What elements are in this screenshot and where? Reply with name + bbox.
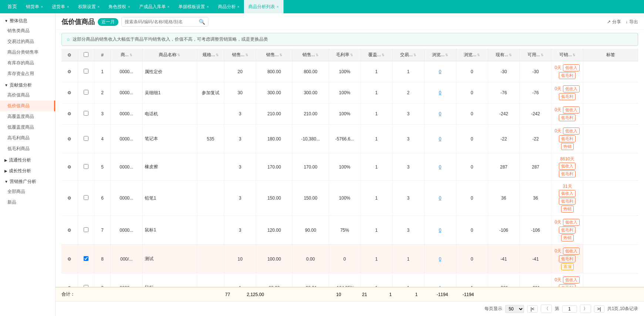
sidebar-item-low-coverage[interactable]: 低覆盖度商品 (0, 122, 55, 133)
sidebar-item-high-profit[interactable]: 高毛利商品 (0, 133, 55, 143)
next-page-button[interactable]: 〉 (580, 305, 591, 313)
col-checkbox[interactable] (78, 49, 94, 61)
nav-permissions[interactable]: 权限设置 × (74, 0, 104, 13)
col-current-stock[interactable]: 现有...⇅ (488, 49, 520, 61)
sidebar-item-low-profit[interactable]: 低毛利商品 (0, 143, 55, 154)
row-col7[interactable]: 0 (424, 153, 456, 181)
sidebar-group-growth[interactable]: ▶ 成长性分析 (0, 165, 55, 176)
row-checkbox[interactable] (84, 195, 88, 200)
col-transaction[interactable]: 交易...⇅ (392, 49, 424, 61)
sidebar-group-contribution[interactable]: ▼ 贡献值分析 (0, 79, 55, 90)
col-browse1[interactable]: 浏览...⇅ (424, 49, 456, 61)
settings-cell[interactable]: ⚙ (61, 125, 78, 153)
col-sales2[interactable]: 销售...⇅ (256, 49, 292, 61)
nav-home[interactable]: 首页 (3, 0, 21, 13)
checkbox-cell[interactable] (78, 273, 94, 287)
checkbox-cell[interactable] (78, 216, 94, 245)
sidebar-item-new-goods[interactable]: 新品 (0, 197, 55, 208)
sidebar-group-overall[interactable]: ▼ 整体信息 (0, 15, 55, 26)
search-box[interactable]: 🔍 (121, 17, 208, 27)
col-code[interactable]: 商...⇅ (111, 49, 142, 61)
col-saleable[interactable]: 可销...⇅ (551, 49, 583, 61)
select-all-checkbox[interactable] (84, 52, 88, 57)
browse-link[interactable]: 0 (439, 90, 442, 95)
row-col7[interactable]: 0 (424, 216, 456, 245)
close-icon[interactable]: × (41, 4, 43, 9)
settings-cell[interactable]: ⚙ (61, 153, 78, 181)
search-input[interactable] (125, 19, 199, 24)
sidebar-item-category-sales[interactable]: 商品分类销售率 (0, 47, 55, 58)
per-page-select[interactable]: 50 100 200 (505, 305, 524, 313)
close-icon[interactable]: × (67, 4, 69, 9)
checkbox-cell[interactable] (78, 61, 94, 82)
sidebar-item-sales-goods[interactable]: 销售类商品 (0, 26, 55, 36)
close-icon[interactable]: × (128, 4, 130, 9)
filter-tag-month[interactable]: 近一月 (98, 18, 118, 26)
settings-cell[interactable]: ⚙ (61, 273, 78, 287)
row-col7[interactable]: 0 (424, 181, 456, 216)
browse-link[interactable]: 0 (439, 136, 442, 142)
row-checkbox[interactable] (84, 69, 88, 74)
nav-role-auth[interactable]: 角色授权 × (104, 0, 134, 13)
browse-link[interactable]: 0 (439, 69, 442, 74)
nav-product-analysis-list[interactable]: 商品分析列表 × (244, 0, 283, 13)
checkbox-cell[interactable] (78, 82, 94, 103)
sidebar-group-circulation[interactable]: ▶ 流通性分析 (0, 154, 55, 165)
col-coverage[interactable]: 覆盖...⇅ (360, 49, 392, 61)
export-button[interactable]: ↓ 导出 (625, 19, 638, 25)
row-checkbox[interactable] (84, 111, 88, 116)
settings-cell[interactable]: ⚙ (61, 245, 78, 273)
checkbox-cell[interactable] (78, 125, 94, 153)
nav-product-inbound[interactable]: 产成品入库单 × (135, 0, 174, 13)
first-page-button[interactable]: |< (527, 305, 537, 313)
checkbox-cell[interactable] (78, 245, 94, 273)
sidebar-item-high-value[interactable]: 高价值商品 (0, 90, 55, 101)
checkbox-cell[interactable] (78, 181, 94, 216)
sidebar-item-inventory-goods[interactable]: 有库存的商品 (0, 58, 55, 68)
row-checkbox[interactable] (84, 136, 88, 141)
row-col7[interactable]: 0 (424, 82, 456, 103)
col-spec[interactable]: 规格...⇅ (197, 49, 224, 61)
sidebar-item-high-coverage[interactable]: 高覆盖度商品 (0, 111, 55, 122)
close-icon[interactable]: × (97, 4, 100, 9)
row-checkbox[interactable] (84, 164, 88, 169)
browse-link[interactable]: 0 (439, 196, 442, 201)
share-button[interactable]: ↗ 分享 (607, 19, 621, 25)
browse-link[interactable]: 0 (439, 111, 442, 116)
col-name[interactable]: 商品名称⇅ (142, 49, 197, 61)
row-checkbox[interactable] (84, 227, 88, 232)
last-page-button[interactable]: >| (594, 305, 604, 313)
col-sales1[interactable]: 销售...⇅ (224, 49, 256, 61)
row-col7[interactable]: 0 (424, 125, 456, 153)
checkbox-cell[interactable] (78, 153, 94, 181)
nav-template-settings[interactable]: 单据模板设置 × (174, 0, 213, 13)
row-checkbox[interactable] (84, 256, 88, 261)
row-col7[interactable]: 1 (424, 273, 456, 287)
sidebar-group-marketing[interactable]: ▼ 营销推广分析 (0, 176, 55, 186)
sidebar-item-inventory-fund[interactable]: 库存资金占用 (0, 68, 55, 79)
col-profit-rate[interactable]: 毛利率⇅ (329, 49, 360, 61)
row-checkbox[interactable] (84, 90, 88, 95)
settings-cell[interactable]: ⚙ (61, 61, 78, 82)
nav-purchase-order[interactable]: 进货单 × (47, 0, 73, 13)
settings-cell[interactable]: ⚙ (61, 216, 78, 245)
row-col7[interactable]: 0 (424, 103, 456, 125)
close-icon[interactable]: × (167, 4, 170, 9)
page-number-input[interactable] (562, 305, 577, 313)
nav-product-analysis[interactable]: 商品分析 × (214, 0, 244, 13)
sidebar-item-low-value[interactable]: 低价值商品 (0, 101, 55, 111)
col-browse2[interactable]: 浏览...⇅ (456, 49, 488, 61)
row-col7[interactable]: 0 (424, 245, 456, 273)
settings-cell[interactable]: ⚙ (61, 82, 78, 103)
prev-page-button[interactable]: 〈 (541, 305, 552, 313)
col-available-stock[interactable]: 可用...⇅ (520, 49, 551, 61)
col-settings[interactable]: ⚙ (61, 49, 78, 61)
close-icon[interactable]: × (207, 4, 209, 9)
nav-sales-order[interactable]: 销货单 × (21, 0, 47, 13)
close-icon[interactable]: × (237, 4, 239, 9)
row-col7[interactable]: 0 (424, 61, 456, 82)
close-icon[interactable]: × (276, 4, 279, 9)
settings-cell[interactable]: ⚙ (61, 181, 78, 216)
settings-cell[interactable]: ⚙ (61, 103, 78, 125)
browse-link[interactable]: 0 (439, 228, 442, 233)
